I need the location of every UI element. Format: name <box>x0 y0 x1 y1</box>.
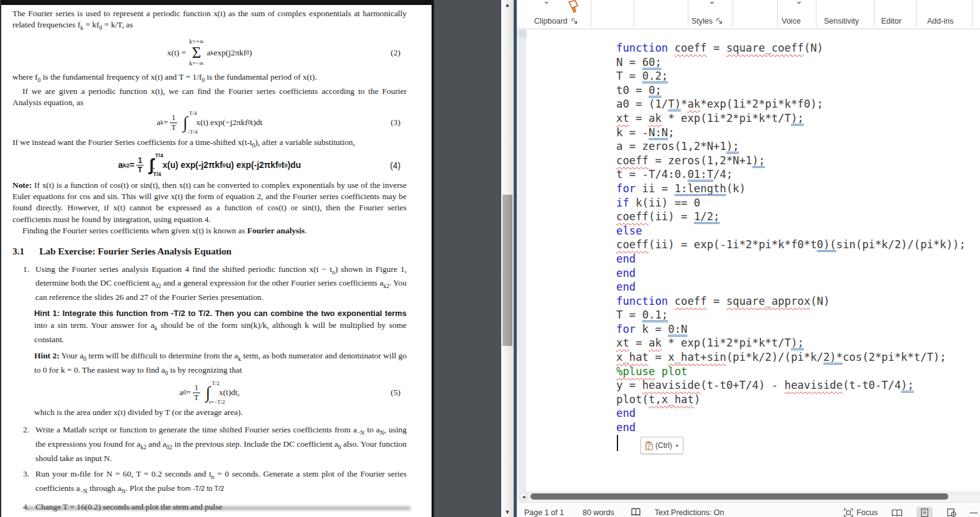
ribbon-group-styles: Styles <box>691 17 723 26</box>
integral-upper-limit: T/4 <box>155 152 163 159</box>
code-line: if k(ii) == 0 <box>616 196 966 210</box>
web-layout-button[interactable] <box>944 507 960 517</box>
text-run: and a <box>146 439 166 449</box>
scroll-down-arrow-icon[interactable]: ▼ <box>501 507 514 517</box>
scroll-left-arrow-icon[interactable]: ◀ <box>519 492 528 501</box>
focus-label: Focus <box>856 508 877 517</box>
doc-equation-4: ak2 = 1T∫T/4-T/4x(u) exp(-j2πkf0u) exp(-… <box>12 156 407 175</box>
text-run: is the fundamental frequency of x(t) and… <box>40 72 201 82</box>
integral-lower-limit: t=−T/2 <box>210 399 225 405</box>
doc-paragraph: Note: If x(t) is a function of cos(t) or… <box>12 180 407 225</box>
zoom-out-button[interactable]: — <box>970 508 978 517</box>
code-token: = <box>649 351 668 363</box>
code-token: N = <box>616 56 642 68</box>
integral-upper-limit: T/4 <box>189 110 197 116</box>
code-token: sin(pi*k/2)/(pi*k)); <box>836 238 966 251</box>
code-token: = <box>707 295 726 307</box>
list-number: 1. <box>23 264 29 275</box>
dialog-launcher-icon[interactable] <box>571 18 578 24</box>
text-run: ), after a variable substitution, <box>255 137 355 147</box>
code-token: T = <box>616 70 642 82</box>
code-token: 2)* <box>823 351 843 363</box>
code-token: square_approx <box>726 295 810 307</box>
code-token: y = <box>616 379 642 391</box>
code-line: else <box>616 224 966 238</box>
text-run: = kf <box>83 20 99 29</box>
page-indicator[interactable]: Page 1 of 1 <box>524 508 564 517</box>
ribbon-separator <box>916 0 917 27</box>
text-run: Fourier analysis <box>247 226 305 235</box>
horizontal-scrollbar[interactable]: ◀ <box>517 491 980 502</box>
text-run: where f <box>12 72 38 82</box>
text-run: x(t) exp(−j2πkf <box>196 118 247 128</box>
code-token: 60; <box>642 56 662 68</box>
chevron-down-icon[interactable]: ⌄ <box>708 0 716 6</box>
code-token: ) <box>694 393 700 406</box>
doc-paragraph: The Fourier series is used to represent … <box>12 8 407 34</box>
dialog-launcher-icon[interactable] <box>716 18 723 24</box>
web-layout-icon <box>947 508 956 517</box>
print-layout-button[interactable] <box>917 507 933 517</box>
text-run: to a <box>364 425 380 434</box>
doc-paragraph: If we instead want the Fourier Series co… <box>12 137 407 151</box>
equation-number: (4) <box>390 161 400 170</box>
code-token: = zeros(1,2*N+1 <box>649 154 752 167</box>
list-number: 3.1 <box>12 246 24 256</box>
code-line: T = 0.1; <box>616 308 966 322</box>
text-run: Hint 2: <box>34 351 60 360</box>
code-token: heaviside <box>642 379 701 391</box>
text-run: If we are given a periodic function x(t)… <box>12 86 407 107</box>
code-text[interactable]: function coeff = square_coeff(N)N = 60;T… <box>616 41 966 435</box>
format-painter-icon[interactable] <box>566 0 580 14</box>
text-run: is the fundamental period of x(t). <box>205 72 317 82</box>
pdf-scrollbar-thumb[interactable] <box>502 195 512 346</box>
pdf-vertical-scrollbar[interactable]: ▲ ▼ <box>501 0 514 517</box>
doc-equation-2: x(t) = k=+∞Σk=−∞ak exp(j2πkf0 )(2) <box>12 39 407 67</box>
code-token: * <box>681 98 687 110</box>
text-run: exp(j2πkf <box>213 48 246 58</box>
horizontal-scrollbar-thumb[interactable] <box>530 493 948 500</box>
text-run: Using the Fourier series analysis Equati… <box>35 264 332 274</box>
integral-upper-limit: T/2 <box>212 380 220 386</box>
code-token: square_coeff <box>726 42 804 54</box>
read-mode-button[interactable] <box>889 507 905 517</box>
focus-button[interactable]: Focus <box>844 508 877 517</box>
chevron-down-icon[interactable]: ⌄ <box>543 0 550 6</box>
paste-options-button[interactable]: (Ctrl) ▾ <box>640 437 683 454</box>
doc-paragraph: Finding the Fourier series coefficients … <box>12 225 407 236</box>
chevron-down-icon[interactable]: ⌄ <box>795 0 803 6</box>
text-run: ) <box>249 48 252 58</box>
code-token: coeff <box>616 210 649 223</box>
doc-paragraph: If we are given a periodic function x(t)… <box>12 86 407 109</box>
code-line: %pluse plot <box>616 365 966 379</box>
scroll-up-arrow-icon[interactable]: ▲ <box>501 0 514 10</box>
code-line: y = heaviside(t-t0+T/4) - heaviside(t-t0… <box>616 378 966 393</box>
doc-paragraph: which is the area under x(t) divided by … <box>34 407 407 418</box>
document-left-margin <box>517 29 526 491</box>
code-token: /4; <box>713 168 733 180</box>
equation-number: (5) <box>391 388 400 398</box>
text-run: Run your m-file for N = 60, T = 0.2 seco… <box>35 469 211 478</box>
code-token: ); <box>791 337 804 349</box>
list-number: 2. <box>23 424 29 435</box>
code-token: ); <box>752 154 765 167</box>
code-token: (k) <box>726 182 746 195</box>
text-run: Lab Exercise: Fourier Series Analysis Eq… <box>39 246 231 256</box>
text-run: Finding the Fourier series coefficients … <box>22 226 247 235</box>
text-run: = <box>164 118 169 128</box>
word-count[interactable]: 80 words <box>583 508 614 517</box>
code-token: ); <box>791 112 804 124</box>
fraction: 1T <box>170 113 177 132</box>
word-document-area[interactable]: function coeff = square_coeff(N)N = 60;T… <box>517 29 980 491</box>
text-run: −N <box>80 488 88 495</box>
sigma: Σ <box>192 45 201 60</box>
code-line: N = 60; <box>616 55 966 70</box>
text-predictions-status[interactable]: Text Predictions: On <box>655 508 724 517</box>
code-line: xt = ak * exp(1i*2*pi*k*t/T); <box>616 111 966 126</box>
margin-tab <box>519 30 527 37</box>
text-run: . Plot the pulse <box>126 483 177 493</box>
proofing-errors-icon[interactable] <box>631 508 641 517</box>
code-token: k = - <box>616 126 649 139</box>
code-line: for ii = 1:length(k) <box>616 182 966 196</box>
text-run: which is the area under x(t) divided by … <box>34 408 243 417</box>
